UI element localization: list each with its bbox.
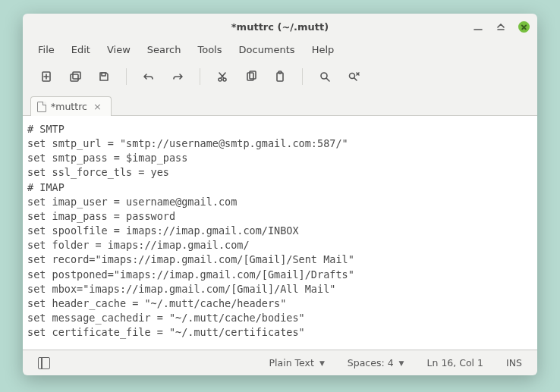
side-panel-icon (38, 357, 50, 369)
menu-file[interactable]: File (30, 41, 62, 58)
language-label: Plain Text (269, 357, 314, 368)
open-button[interactable] (62, 66, 88, 87)
statusbar: Plain Text ▼ Spaces: 4 ▼ Ln 16, Col 1 IN… (23, 350, 537, 375)
insert-mode[interactable]: INS (502, 354, 527, 372)
svg-rect-5 (73, 72, 80, 79)
chevron-down-icon: ▼ (399, 359, 404, 367)
paste-button[interactable] (267, 66, 293, 87)
chevron-down-icon: ▼ (319, 359, 325, 367)
toolbar (23, 61, 537, 93)
close-icon (518, 21, 530, 33)
svg-rect-4 (71, 74, 78, 81)
separator (200, 68, 200, 85)
redo-button[interactable] (165, 66, 190, 87)
close-button[interactable] (518, 20, 530, 33)
spaces-label: Spaces: (348, 357, 385, 368)
separator (302, 68, 303, 85)
minimize-icon (472, 20, 484, 33)
menu-help[interactable]: Help (304, 41, 342, 58)
window-title: *muttrc (~/.mutt) (231, 21, 329, 33)
open-icon (69, 71, 81, 83)
maximize-button[interactable] (495, 20, 507, 33)
undo-button[interactable] (136, 66, 162, 87)
svg-line-16 (326, 78, 329, 81)
cut-icon (216, 71, 228, 83)
minimize-button[interactable] (472, 20, 484, 33)
menu-edit[interactable]: Edit (64, 41, 98, 58)
maximize-icon (495, 20, 507, 33)
tab-muttrc[interactable]: *muttrc × (30, 96, 112, 116)
tab-bar: *muttrc × (23, 93, 537, 116)
menu-tools[interactable]: Tools (190, 41, 229, 58)
new-button[interactable] (33, 66, 59, 87)
paste-icon (274, 71, 286, 83)
replace-icon (348, 71, 360, 83)
separator (126, 68, 127, 85)
find-button[interactable] (312, 66, 338, 87)
document-icon (37, 102, 46, 112)
mode-label: INS (506, 357, 522, 368)
side-panel-button[interactable] (33, 354, 55, 372)
menu-view[interactable]: View (99, 41, 138, 58)
cut-button[interactable] (209, 66, 235, 87)
new-icon (40, 71, 52, 83)
titlebar: *muttrc (~/.mutt) (23, 14, 537, 39)
tab-label: *muttrc (51, 101, 87, 112)
spaces-value: 4 (388, 357, 394, 368)
indent-selector[interactable]: Spaces: 4 ▼ (343, 354, 409, 372)
copy-button[interactable] (238, 66, 264, 87)
app-window: *muttrc (~/.mutt) File Edit View Search … (23, 14, 537, 375)
language-selector[interactable]: Plain Text ▼ (265, 354, 329, 372)
save-icon (98, 71, 110, 83)
cursor-position[interactable]: Ln 16, Col 1 (423, 354, 489, 372)
replace-button[interactable] (341, 66, 367, 87)
window-controls (472, 14, 530, 39)
menu-search[interactable]: Search (140, 41, 189, 58)
cursor-label: Ln 16, Col 1 (427, 357, 484, 368)
svg-line-18 (354, 78, 357, 80)
search-icon (319, 71, 331, 83)
copy-icon (245, 71, 257, 83)
menu-documents[interactable]: Documents (231, 41, 303, 58)
menubar: File Edit View Search Tools Documents He… (23, 39, 537, 61)
undo-icon (143, 71, 155, 83)
save-button[interactable] (91, 66, 117, 87)
redo-icon (171, 71, 184, 83)
svg-rect-6 (102, 73, 105, 76)
tab-close-button[interactable]: × (92, 101, 103, 112)
editor-area[interactable]: # SMTP set smtp_url = "smtp://username@s… (23, 116, 537, 350)
